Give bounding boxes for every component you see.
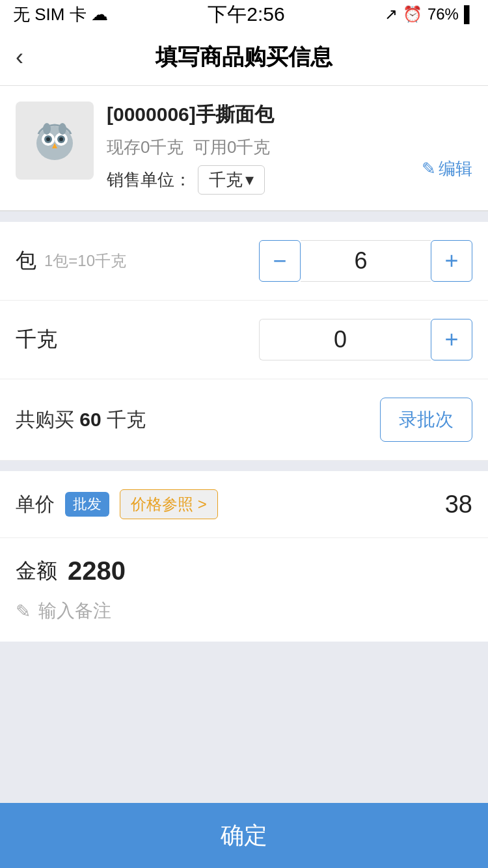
batch-button[interactable]: 录批次 (380, 398, 472, 442)
svg-point-6 (59, 137, 63, 141)
signal-text: 无 SIM 卡 ☁ (13, 3, 108, 26)
kg-controls: + (259, 319, 472, 360)
amount-section: 金额 2280 ✎ 输入备注 (0, 538, 488, 642)
product-stock: 现存0千克 可用0千克 (107, 136, 472, 159)
chevron-down-icon: ▾ (245, 170, 254, 190)
kg-label: 千克 (16, 325, 259, 354)
input-section: 包 1包=10千克 − + 千克 + (0, 222, 488, 379)
amount-row: 金额 2280 (16, 556, 472, 586)
edit-button[interactable]: ✎ 编辑 (422, 157, 472, 180)
product-unit-row: 销售单位： 千克 ▾ (107, 165, 472, 195)
price-section: 单价 批发 价格参照 > 38 (0, 471, 488, 538)
summary-section: 共购买 60 千克 录批次 (0, 379, 488, 461)
kg-quantity-input[interactable] (259, 319, 431, 360)
svg-point-9 (59, 123, 66, 135)
bag-label: 包 1包=10千克 (16, 247, 259, 275)
page-title: 填写商品购买信息 (156, 42, 332, 72)
price-label: 单价 (16, 491, 55, 518)
confirm-button[interactable]: 确定 (0, 803, 488, 868)
product-info: [0000006]手撕面包 现存0千克 可用0千克 销售单位： 千克 ▾ (107, 102, 472, 195)
kg-plus-button[interactable]: + (431, 319, 472, 360)
nav-bar: ‹ 填写商品购买信息 (0, 29, 488, 86)
status-bar: 无 SIM 卡 ☁ 下午2:56 ↗ ⏰ 76% ▌ (0, 0, 488, 29)
remark-placeholder: 输入备注 (38, 599, 111, 623)
back-button[interactable]: ‹ (16, 44, 23, 71)
summary-text: 共购买 60 千克 (16, 407, 146, 433)
product-image (16, 102, 94, 180)
battery-text: 76% (427, 5, 459, 23)
section-divider-1 (0, 211, 488, 222)
confirm-label: 确定 (221, 820, 267, 852)
alarm-icon: ⏰ (403, 5, 422, 23)
price-value: 38 (445, 491, 472, 519)
status-time: 下午2:56 (208, 1, 284, 28)
amount-value: 2280 (68, 556, 126, 586)
empty-space (0, 642, 488, 803)
edit-remark-icon: ✎ (16, 601, 31, 622)
product-section: [0000006]手撕面包 现存0千克 可用0千克 销售单位： 千克 ▾ (0, 86, 488, 211)
bag-quantity-row: 包 1包=10千克 − + (0, 222, 488, 301)
svg-point-5 (46, 137, 50, 141)
status-left: 无 SIM 卡 ☁ (13, 3, 108, 26)
svg-point-8 (43, 123, 51, 135)
product-name: [0000006]手撕面包 (107, 102, 472, 128)
bag-hint: 1包=10千克 (44, 251, 126, 271)
unit-select[interactable]: 千克 ▾ (198, 165, 265, 195)
location-icon: ↗ (385, 5, 398, 23)
bag-quantity-input[interactable] (301, 240, 431, 282)
product-thumbnail-icon (29, 115, 81, 167)
remark-row[interactable]: ✎ 输入备注 (16, 599, 472, 642)
bag-minus-button[interactable]: − (259, 240, 301, 282)
status-right: ↗ ⏰ 76% ▌ (385, 5, 475, 23)
amount-label: 金额 (16, 557, 57, 586)
edit-icon: ✎ (422, 159, 436, 179)
section-divider-2 (0, 461, 488, 471)
price-type-tag: 批发 (65, 492, 109, 517)
price-reference-button[interactable]: 价格参照 > (120, 489, 218, 519)
kg-quantity-row: 千克 + (0, 301, 488, 379)
battery-icon: ▌ (464, 5, 475, 23)
bag-controls: − + (259, 240, 472, 282)
bag-plus-button[interactable]: + (431, 240, 472, 282)
